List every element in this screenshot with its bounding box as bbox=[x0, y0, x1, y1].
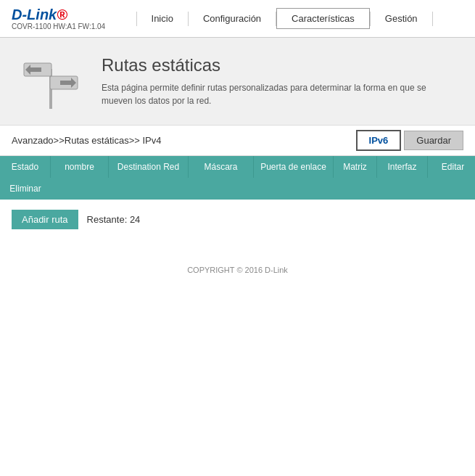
model-number: COVR-1100 HW:A1 FW:1.04 bbox=[12, 22, 105, 30]
copyright-text: COPYRIGHT © 2016 D-Link bbox=[187, 266, 288, 274]
nav-gestion[interactable]: Gestión bbox=[371, 9, 432, 28]
table-header: Estado nombre Destination Red Máscara Pu… bbox=[0, 156, 475, 200]
nav-inicio[interactable]: Inicio bbox=[137, 9, 188, 28]
col-mascara: Máscara bbox=[189, 156, 254, 178]
logo-registered: ® bbox=[57, 7, 67, 22]
page-description: Esta página permite definir rutas person… bbox=[102, 81, 450, 107]
col-puerta-enlace: Puerta de enlace bbox=[254, 156, 334, 178]
hero-text: Rutas estáticas Esta página permite defi… bbox=[102, 55, 450, 107]
remaining-label: Restante: 24 bbox=[87, 214, 141, 225]
dlink-logo: D-Link® bbox=[12, 7, 105, 22]
col-estado: Estado bbox=[0, 156, 51, 178]
remaining-label-text: Restante: bbox=[87, 214, 128, 225]
breadcrumb: Avanzado>>Rutas estáticas>> IPv4 bbox=[12, 135, 356, 146]
save-button[interactable]: Guardar bbox=[404, 131, 463, 150]
col-editar: Editar bbox=[428, 156, 475, 178]
col-destination-red: Destination Red bbox=[109, 156, 189, 178]
hero-icon bbox=[15, 52, 87, 110]
col-matriz: Matriz bbox=[334, 156, 377, 178]
logo-area: D-Link® COVR-1100 HW:A1 FW:1.04 bbox=[12, 7, 105, 30]
remaining-count: 24 bbox=[130, 214, 140, 225]
nav-sep-5 bbox=[432, 12, 433, 26]
nav-configuracion[interactable]: Configuración bbox=[189, 9, 276, 28]
nav-caracteristicas[interactable]: Características bbox=[276, 8, 370, 29]
footer: COPYRIGHT © 2016 D-Link bbox=[0, 251, 475, 289]
routes-icon bbox=[18, 54, 83, 109]
page-title: Rutas estáticas bbox=[102, 55, 450, 75]
header: D-Link® COVR-1100 HW:A1 FW:1.04 Inicio C… bbox=[0, 0, 475, 38]
hero-section: Rutas estáticas Esta página permite defi… bbox=[0, 38, 475, 125]
add-route-button[interactable]: Añadir ruta bbox=[12, 210, 78, 229]
breadcrumb-bar: Avanzado>>Rutas estáticas>> IPv4 IPv6 Gu… bbox=[0, 125, 475, 156]
ipv6-button[interactable]: IPv6 bbox=[356, 130, 402, 151]
col-interfaz: Interfaz bbox=[377, 156, 428, 178]
table-body: Añadir ruta Restante: 24 bbox=[0, 200, 475, 237]
main-nav: Inicio Configuración Características Ges… bbox=[105, 8, 463, 29]
col-nombre: nombre bbox=[51, 156, 109, 178]
col-eliminar: Eliminar bbox=[0, 178, 51, 200]
add-row: Añadir ruta Restante: 24 bbox=[12, 210, 463, 229]
